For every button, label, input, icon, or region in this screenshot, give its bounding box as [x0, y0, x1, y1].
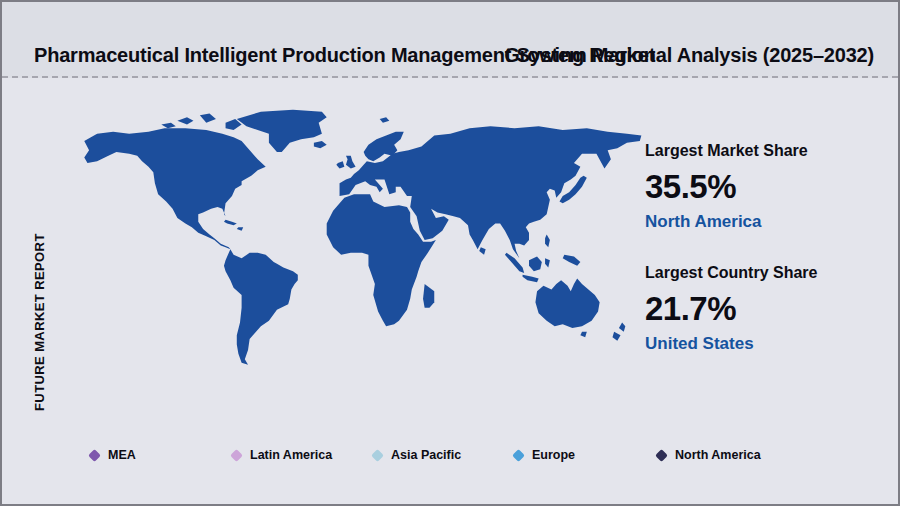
europe-marker-icon	[512, 449, 525, 462]
latin-america-marker-icon	[230, 449, 243, 462]
map-north-america	[84, 128, 265, 249]
stat-value: 35.5%	[645, 168, 895, 206]
map-ireland	[336, 161, 344, 168]
largest-market-share-stat: Largest Market Share 35.5% North America	[645, 142, 895, 232]
map-borneo	[529, 257, 542, 272]
map-cuba	[224, 220, 237, 225]
dashed-divider	[2, 76, 898, 78]
asia-pacific-marker-icon	[371, 449, 384, 462]
infographic-page: Pharmaceutical Intelligent Production Ma…	[0, 0, 900, 506]
map-tasmania	[580, 332, 586, 338]
brand-watermark: FUTURE MARKET REPORT	[32, 230, 47, 414]
map-java	[523, 275, 539, 282]
map-great-britain	[346, 156, 356, 169]
map-hispaniola	[237, 227, 243, 231]
map-arctic-island	[161, 123, 175, 129]
map-svalbard	[380, 117, 390, 123]
legend-label: Europe	[532, 448, 575, 462]
legend-item-europe: Europe	[514, 448, 575, 462]
legend-item-asia-pacific: Asia Pacific	[373, 448, 461, 462]
stat-region: United States	[645, 334, 895, 354]
stat-label: Largest Market Share	[645, 142, 895, 160]
legend-item-mea: MEA	[90, 448, 136, 462]
largest-country-share-stat: Largest Country Share 21.7% United State…	[645, 264, 895, 354]
map-new-guinea	[563, 255, 581, 266]
map-sulawesi	[545, 258, 550, 267]
stat-label: Largest Country Share	[645, 264, 895, 282]
mea-marker-icon	[88, 449, 101, 462]
map-australia	[535, 279, 599, 329]
map-iceland	[314, 141, 327, 148]
page-subtitle: Growing Regional Analysis (2025–2032)	[504, 44, 874, 67]
map-new-zealand-north	[619, 323, 625, 332]
legend-item-north-america: North America	[657, 448, 761, 462]
legend-label: Latin America	[250, 448, 332, 462]
legend-label: MEA	[108, 448, 136, 462]
legend-label: North America	[675, 448, 761, 462]
map-sri-lanka	[479, 247, 485, 254]
stat-region: North America	[645, 212, 895, 232]
map-philippines	[545, 235, 550, 248]
map-madagascar	[423, 284, 434, 308]
stat-value: 21.7%	[645, 290, 895, 328]
map-new-zealand-south	[612, 332, 620, 341]
legend: MEA Latin America Asia Pacific Europe No…	[2, 448, 898, 468]
map-greenland	[237, 110, 327, 152]
world-map	[65, 97, 643, 427]
map-south-america	[224, 249, 298, 364]
map-arctic-island	[177, 117, 193, 124]
map-arctic-island	[200, 114, 216, 123]
north-america-marker-icon	[655, 449, 668, 462]
world-map-svg	[65, 97, 643, 427]
legend-label: Asia Pacific	[391, 448, 461, 462]
legend-item-latin-america: Latin America	[232, 448, 332, 462]
header-band: Pharmaceutical Intelligent Production Ma…	[2, 2, 898, 78]
map-sumatra	[505, 253, 524, 273]
